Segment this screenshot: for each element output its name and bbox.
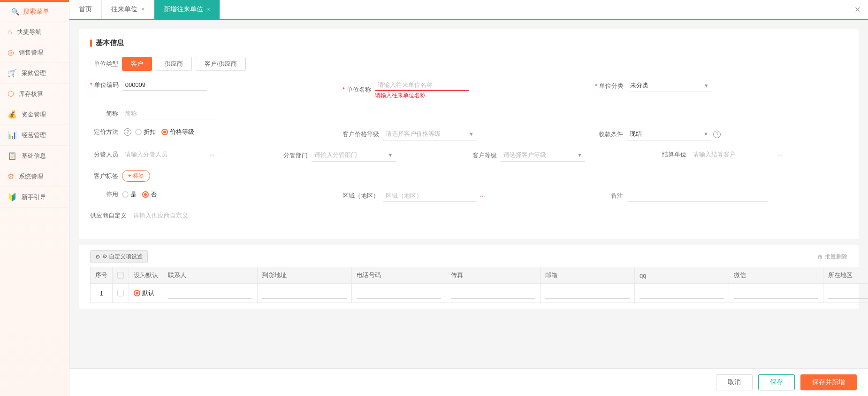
supplier-custom-input[interactable] [130, 210, 234, 221]
sidebar-item-inventory[interactable]: ⬡ 库存核算 [0, 84, 69, 104]
save-button[interactable]: 保存 [758, 374, 795, 390]
sidebar-item-finance[interactable]: 💰 资金管理 [0, 104, 69, 125]
settlement-unit-input[interactable] [690, 149, 775, 160]
save-and-new-button[interactable]: 保存并新增 [800, 374, 857, 390]
type-btn-both[interactable]: 客户/供应商 [196, 57, 246, 71]
unit-category-value: 未分类 [630, 81, 700, 90]
row-phone-input[interactable] [357, 287, 441, 299]
row-contact-input[interactable] [168, 287, 252, 299]
department-select[interactable]: 请输入分管部门 ▼ [312, 149, 396, 162]
manager-input[interactable] [122, 149, 206, 160]
manager-more-btn[interactable]: ··· [209, 151, 215, 158]
row-default-radio-item[interactable]: 默认 [134, 289, 158, 297]
tab-units[interactable]: 往来单位 × [102, 0, 154, 19]
remark-input[interactable] [627, 190, 768, 202]
disabled-no-option[interactable]: 否 [142, 190, 157, 199]
tab-units-close[interactable]: × [141, 6, 145, 13]
add-tag-button[interactable]: + 标签 [122, 170, 150, 182]
tab-new-unit[interactable]: 新增往来单位 × [154, 0, 220, 19]
row-address-input[interactable] [262, 287, 347, 299]
customer-tag-group: 客户标签 + 标签 [90, 170, 836, 182]
region-group: 区域（地区） ··· [343, 190, 584, 202]
sidebar-item-sales[interactable]: ◎ 销售管理 [0, 42, 69, 63]
abbr-input[interactable] [122, 108, 216, 119]
row-checkbox[interactable] [117, 290, 124, 296]
pricing-discount-option[interactable]: 折扣 [135, 128, 156, 136]
tab-new-unit-close[interactable]: × [207, 6, 210, 13]
section-title-label: 基本信息 [96, 39, 124, 47]
type-btn-customer[interactable]: 客户 [122, 57, 152, 71]
sidebar-item-operation[interactable]: 📊 经营管理 [0, 125, 69, 146]
col-wechat: 微信 [729, 267, 823, 284]
supplier-custom-group: 供应商自定义 [90, 210, 836, 221]
home-icon: ⌂ [8, 28, 12, 36]
col-email: 邮箱 [541, 267, 635, 284]
department-placeholder: 请输入分管部门 [314, 151, 384, 159]
region-input[interactable] [383, 190, 477, 202]
sidebar-item-label: 资金管理 [22, 110, 46, 119]
pricing-level-option[interactable]: 价格等级 [161, 128, 194, 136]
unit-category-select[interactable]: 未分类 ▼ [627, 79, 712, 92]
settlement-more-btn[interactable]: ··· [777, 151, 783, 158]
unit-code-input[interactable] [122, 79, 207, 91]
chevron-down-icon: ▼ [704, 83, 709, 88]
row-checkbox-cell [113, 284, 129, 303]
search-menu-label: 搜索菜单 [23, 8, 49, 16]
pricing-discount-radio [135, 129, 142, 135]
row-wechat-input[interactable] [734, 287, 818, 299]
batch-delete-button[interactable]: 🗑 批量删除 [817, 253, 847, 261]
cancel-button[interactable]: 取消 [716, 374, 753, 390]
supplier-custom-row: 供应商自定义 [90, 210, 847, 221]
customer-level-select[interactable]: 请选择客户等级 ▼ [501, 149, 585, 162]
tab-new-unit-label: 新增往来单位 [164, 5, 203, 14]
sidebar-item-label: 快捷导航 [17, 28, 41, 36]
unit-name-label: 单位名称 [343, 85, 371, 94]
customer-price-level-select[interactable]: 请选择客户价格等级 ▼ [383, 128, 477, 140]
custom-setting-button[interactable]: ⚙ ⚙ 自定义项设置 [90, 250, 148, 263]
disabled-yes-radio [122, 191, 129, 198]
customer-price-level-placeholder: 请选择客户价格等级 [386, 130, 465, 138]
close-all-icon: ✕ [854, 5, 860, 14]
region-more-btn[interactable]: ··· [480, 192, 485, 200]
row-email-input[interactable] [545, 287, 630, 299]
select-all-checkbox[interactable] [117, 272, 124, 279]
abbr-group: 简称 [90, 108, 836, 119]
batch-delete-label: 批量删除 [825, 253, 847, 261]
disabled-no-radio [142, 191, 149, 198]
chevron-down-icon2: ▼ [469, 131, 474, 137]
customer-level-placeholder: 请选择客户等级 [503, 151, 573, 159]
payment-terms-group: 收款条件 现结 ▼ ? [595, 128, 836, 140]
type-btn-supplier[interactable]: 供应商 [156, 57, 192, 71]
row-fax-input[interactable] [451, 287, 535, 299]
disabled-no-label: 否 [151, 190, 157, 199]
disabled-yes-option[interactable]: 是 [122, 190, 137, 199]
customer-tag-row: 客户标签 + 标签 [90, 170, 847, 182]
sidebar-item-system[interactable]: ⚙ 系统管理 [0, 166, 69, 187]
tab-home[interactable]: 首页 [69, 0, 102, 19]
unit-name-input-wrap: 请输入往来单位名称 [375, 79, 469, 100]
search-menu-button[interactable]: 🔍 搜索菜单 [0, 2, 69, 22]
unit-code-label: 单位编码 [90, 81, 119, 89]
payment-terms-select[interactable]: 现结 ▼ [627, 128, 711, 140]
table-header-row: 序号 设为默认 联系人 到货地址 电话号码 传真 邮箱 qq 微信 所在地区 [91, 267, 868, 284]
tab-close-all-button[interactable]: ✕ [847, 0, 868, 19]
row-qq-input[interactable] [640, 287, 724, 299]
row-location-input[interactable] [828, 287, 868, 299]
pricing-level-radio [161, 129, 168, 135]
sidebar-item-basic[interactable]: 📋 基础信息 [0, 146, 69, 166]
pricing-help-icon[interactable]: ? [124, 128, 131, 136]
col-fax: 传真 [446, 267, 541, 284]
sidebar: 🔍 搜索菜单 ⌂ 快捷导航 ◎ 销售管理 🛒 采购管理 ⬡ 库存核算 💰 资金管… [0, 0, 69, 396]
disabled-group: 停用 是 否 [90, 190, 331, 199]
code-name-row: 单位编码 单位名称 请输入往来单位名称 单位分类 未分类 ▼ [90, 79, 847, 100]
abbr-row: 简称 [90, 108, 847, 119]
unit-name-input[interactable] [375, 79, 469, 91]
sidebar-item-label: 采购管理 [22, 69, 46, 78]
row-email [541, 284, 635, 303]
payment-terms-label: 收款条件 [595, 130, 623, 139]
payment-help-icon[interactable]: ? [713, 131, 721, 138]
sidebar-item-quick-nav[interactable]: ⌂ 快捷导航 [0, 22, 69, 42]
sidebar-item-guide[interactable]: 🔰 新手引导 [0, 187, 69, 208]
sidebar-item-purchase[interactable]: 🛒 采购管理 [0, 63, 69, 84]
pricing-radio-group: 折扣 价格等级 [135, 128, 194, 136]
